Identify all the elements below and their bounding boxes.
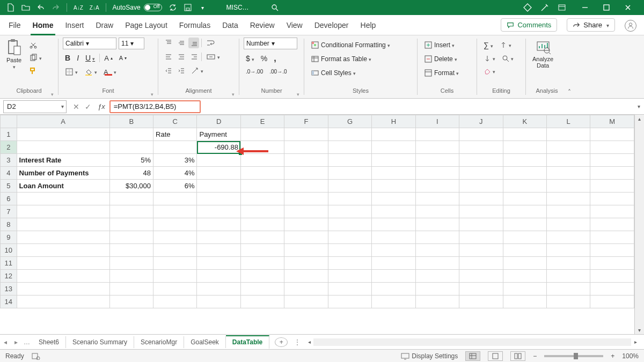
analyze-data-button[interactable]: Analyze Data (530, 38, 555, 70)
cell-D7[interactable] (197, 205, 240, 218)
cell-I9[interactable] (415, 231, 459, 244)
sort-asc-icon[interactable]: A↓Z (74, 3, 83, 12)
page-layout-view-button[interactable] (488, 351, 503, 361)
cell-M5[interactable] (590, 180, 634, 193)
cell-M10[interactable] (590, 244, 634, 257)
cell-L13[interactable] (546, 283, 590, 295)
cell-L14[interactable] (546, 295, 590, 308)
cell-A4[interactable]: Number of Payments (17, 167, 109, 180)
align-middle-button[interactable] (175, 38, 186, 48)
cell-L4[interactable] (546, 167, 590, 180)
cell-G1[interactable] (328, 128, 371, 141)
cell-B2[interactable] (109, 141, 153, 154)
normal-view-button[interactable] (465, 351, 480, 361)
cell-J11[interactable] (459, 257, 503, 270)
cell-A8[interactable] (17, 218, 109, 231)
comma-button[interactable]: , (272, 53, 278, 64)
cell-D1[interactable]: Payment (197, 128, 240, 141)
decrease-indent-button[interactable] (163, 65, 173, 76)
orientation-button[interactable] (188, 65, 206, 76)
row-header-7[interactable]: 7 (1, 205, 17, 218)
open-file-icon[interactable] (21, 3, 30, 12)
cell-F3[interactable] (284, 154, 328, 167)
row-header-11[interactable]: 11 (1, 257, 17, 270)
account-avatar[interactable] (625, 20, 636, 32)
collapse-ribbon-button[interactable]: ˄ (568, 88, 575, 98)
horizontal-scrollbar[interactable]: ◂ ▸ (305, 338, 640, 346)
sheet-tab-scenario-summary[interactable]: Scenario Summary (66, 336, 134, 348)
cell-F5[interactable] (284, 180, 328, 193)
cell-E4[interactable] (240, 167, 284, 180)
format-cells-button[interactable]: Format (422, 68, 461, 78)
redo-icon[interactable] (52, 3, 60, 12)
cell-K6[interactable] (503, 193, 546, 205)
row-header-14[interactable]: 14 (1, 295, 17, 308)
cell-I3[interactable] (415, 154, 459, 167)
delete-cells-button[interactable]: Delete (422, 54, 459, 64)
cell-J12[interactable] (459, 270, 503, 283)
sort-desc-icon[interactable]: Z↓A (90, 3, 99, 12)
cell-E2[interactable] (240, 141, 284, 154)
cell-I5[interactable] (415, 180, 459, 193)
cell-K11[interactable] (503, 257, 546, 270)
cell-J3[interactable] (459, 154, 503, 167)
cell-F10[interactable] (284, 244, 328, 257)
row-header-5[interactable]: 5 (1, 180, 17, 193)
cell-G7[interactable] (328, 205, 371, 218)
tab-view[interactable]: View (286, 17, 304, 35)
cell-E9[interactable] (240, 231, 284, 244)
cell-M4[interactable] (590, 167, 634, 180)
cell-G2[interactable] (328, 141, 371, 154)
cell-E5[interactable] (240, 180, 284, 193)
cell-C7[interactable] (153, 205, 197, 218)
cell-A11[interactable] (17, 257, 109, 270)
align-right-button[interactable] (188, 51, 199, 62)
col-header-C[interactable]: C (153, 115, 197, 128)
cell-K9[interactable] (503, 231, 546, 244)
cell-I6[interactable] (415, 193, 459, 205)
cell-G4[interactable] (328, 167, 371, 180)
cell-M7[interactable] (590, 205, 634, 218)
format-as-table-button[interactable]: Format as Table (309, 54, 374, 64)
cell-L8[interactable] (546, 218, 590, 231)
tab-nav-next[interactable]: ▸ (11, 338, 21, 346)
cell-F4[interactable] (284, 167, 328, 180)
cell-C2[interactable] (153, 141, 197, 154)
col-header-J[interactable]: J (459, 115, 503, 128)
cell-J2[interactable] (459, 141, 503, 154)
cell-G3[interactable] (328, 154, 371, 167)
cell-C14[interactable] (153, 295, 197, 308)
cell-M11[interactable] (590, 257, 634, 270)
cell-G11[interactable] (328, 257, 371, 270)
cell-A2[interactable] (17, 141, 109, 154)
sheet-tab-goalseek[interactable]: GoalSeek (184, 336, 226, 348)
cell-K12[interactable] (503, 270, 546, 283)
cell-K2[interactable] (503, 141, 546, 154)
zoom-out-button[interactable]: − (533, 352, 537, 360)
cell-M14[interactable] (590, 295, 634, 308)
cell-K1[interactable] (503, 128, 546, 141)
align-center-button[interactable] (175, 51, 186, 62)
col-header-E[interactable]: E (240, 115, 284, 128)
cell-H3[interactable] (372, 154, 415, 167)
cell-H9[interactable] (372, 231, 415, 244)
cell-B5[interactable]: $30,000 (109, 180, 153, 193)
page-break-view-button[interactable] (510, 351, 525, 361)
cell-C6[interactable] (153, 193, 197, 205)
cell-F11[interactable] (284, 257, 328, 270)
row-header-3[interactable]: 3 (1, 154, 17, 167)
insert-cells-button[interactable]: Insert (422, 40, 457, 50)
align-bottom-button[interactable] (188, 38, 199, 48)
cell-A9[interactable] (17, 231, 109, 244)
tab-developer[interactable]: Developer (313, 17, 350, 35)
enter-formula-icon[interactable]: ✓ (85, 102, 91, 111)
autosave-toggle[interactable]: AutoSave Off (113, 4, 162, 11)
cell-J7[interactable] (459, 205, 503, 218)
format-painter-button[interactable] (27, 65, 44, 76)
conditional-formatting-button[interactable]: Conditional Formatting (309, 40, 392, 50)
sort-filter-button[interactable] (497, 40, 514, 50)
find-button[interactable] (500, 54, 516, 63)
cell-G9[interactable] (328, 231, 371, 244)
cell-C11[interactable] (153, 257, 197, 270)
cell-D13[interactable] (197, 283, 240, 295)
